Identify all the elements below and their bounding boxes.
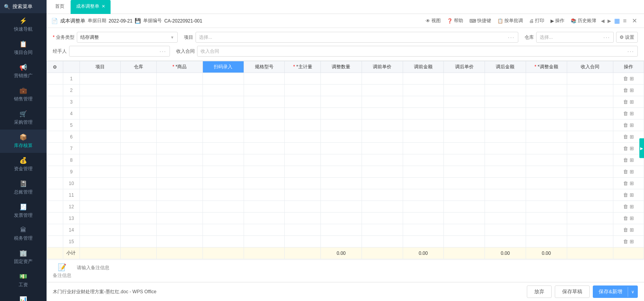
sidebar-search[interactable]: 🔍 搜索菜单 (0, 0, 47, 13)
table-cell[interactable] (203, 166, 244, 178)
table-cell[interactable] (485, 73, 526, 85)
table-cell[interactable] (403, 178, 444, 189)
table-cell[interactable] (156, 213, 203, 224)
table-cell[interactable] (203, 108, 244, 119)
table-cell[interactable] (156, 201, 203, 213)
table-cell[interactable] (362, 224, 403, 236)
print-btn[interactable]: 🖨 打印 (528, 17, 546, 25)
right-panel-toggle[interactable]: ▶ (639, 138, 644, 158)
table-cell[interactable] (244, 201, 285, 213)
table-cell[interactable] (156, 131, 203, 143)
copy-row-icon[interactable]: ⊞ (630, 239, 634, 244)
table-cell[interactable] (526, 73, 567, 85)
sidebar-item-invoice[interactable]: 🧾 发票管理 (0, 199, 47, 223)
income-contract-input[interactable]: 收入合同 ··· (197, 46, 638, 57)
table-cell[interactable] (485, 154, 526, 166)
table-cell[interactable] (485, 131, 526, 143)
table-cell[interactable] (121, 154, 157, 166)
table-cell[interactable] (485, 189, 526, 201)
delete-row-icon[interactable]: 🗑 (623, 87, 628, 93)
table-cell[interactable] (485, 85, 526, 96)
sidebar-item-sales[interactable]: 💼 销售管理 (0, 83, 47, 106)
table-cell[interactable] (285, 189, 321, 201)
table-cell[interactable] (203, 213, 244, 224)
table-cell[interactable] (567, 96, 613, 108)
view-list-icon[interactable]: ≡ (623, 17, 627, 24)
table-cell[interactable] (244, 131, 285, 143)
table-cell[interactable] (121, 73, 157, 85)
table-cell[interactable] (156, 108, 203, 119)
copy-row-icon[interactable]: ⊞ (630, 192, 634, 198)
operate-btn[interactable]: ▶ 操作 (549, 17, 566, 25)
table-cell[interactable] (285, 131, 321, 143)
table-cell[interactable] (444, 224, 485, 236)
table-cell[interactable] (121, 201, 157, 213)
table-cell[interactable] (444, 189, 485, 201)
table-cell[interactable] (285, 166, 321, 178)
delete-row-icon[interactable]: 🗑 (623, 99, 628, 105)
table-cell[interactable] (203, 119, 244, 131)
table-cell[interactable] (362, 189, 403, 201)
copy-row-icon[interactable]: ⊞ (630, 145, 634, 151)
tab-close-icon[interactable]: ✕ (102, 4, 105, 9)
table-cell[interactable] (403, 131, 444, 143)
table-cell[interactable] (244, 108, 285, 119)
table-cell[interactable] (444, 108, 485, 119)
table-cell[interactable] (121, 143, 157, 154)
table-cell[interactable] (285, 201, 321, 213)
table-cell[interactable] (567, 131, 613, 143)
delete-row-icon[interactable]: 🗑 (623, 134, 628, 140)
table-cell[interactable] (403, 213, 444, 224)
table-cell[interactable] (320, 189, 362, 201)
sidebar-item-fixed-assets[interactable]: 🏢 固定资产 (0, 246, 47, 269)
table-cell[interactable] (526, 108, 567, 119)
table-cell[interactable] (526, 85, 567, 96)
table-cell[interactable] (320, 131, 362, 143)
copy-row-icon[interactable]: ⊞ (630, 204, 634, 209)
copy-row-icon[interactable]: ⊞ (630, 169, 634, 175)
table-cell[interactable] (403, 96, 444, 108)
table-cell[interactable] (444, 85, 485, 96)
table-cell[interactable] (80, 236, 121, 247)
table-cell[interactable] (485, 96, 526, 108)
table-cell[interactable] (567, 119, 613, 131)
table-cell[interactable] (80, 166, 121, 178)
table-cell[interactable] (285, 85, 321, 96)
copy-row-icon[interactable]: ⊞ (630, 180, 634, 186)
table-cell[interactable] (244, 224, 285, 236)
table-cell[interactable] (320, 73, 362, 85)
notes-input[interactable] (75, 263, 638, 277)
table-cell[interactable] (567, 154, 613, 166)
table-cell[interactable] (244, 143, 285, 154)
table-cell[interactable] (526, 119, 567, 131)
table-cell[interactable] (121, 213, 157, 224)
table-cell[interactable] (121, 85, 157, 96)
table-cell[interactable] (526, 131, 567, 143)
table-cell[interactable] (121, 119, 157, 131)
table-cell[interactable] (362, 166, 403, 178)
delete-row-icon[interactable]: 🗑 (623, 192, 628, 198)
table-cell[interactable] (444, 143, 485, 154)
table-cell[interactable] (362, 73, 403, 85)
table-cell[interactable] (485, 213, 526, 224)
table-cell[interactable] (121, 96, 157, 108)
sidebar-item-project-contract[interactable]: 📋 项目合同 (0, 36, 47, 60)
table-cell[interactable] (567, 108, 613, 119)
table-cell[interactable] (80, 131, 121, 143)
table-cell[interactable] (203, 201, 244, 213)
sidebar-item-tax[interactable]: 🏛 税务管理 (0, 223, 47, 246)
delete-row-icon[interactable]: 🗑 (623, 239, 628, 244)
table-cell[interactable] (203, 224, 244, 236)
table-cell[interactable] (567, 166, 613, 178)
table-cell[interactable] (567, 236, 613, 247)
shortcut-btn[interactable]: ⌨ 快捷键 (468, 17, 493, 25)
table-cell[interactable] (285, 178, 321, 189)
table-cell[interactable] (403, 189, 444, 201)
table-cell[interactable] (285, 224, 321, 236)
sidebar-item-finance[interactable]: 💰 资金管理 (0, 153, 47, 176)
save-new-main-button[interactable]: 保存&新增 (593, 286, 628, 298)
table-cell[interactable] (121, 108, 157, 119)
table-cell[interactable] (121, 236, 157, 247)
table-cell[interactable] (320, 166, 362, 178)
table-cell[interactable] (320, 213, 362, 224)
